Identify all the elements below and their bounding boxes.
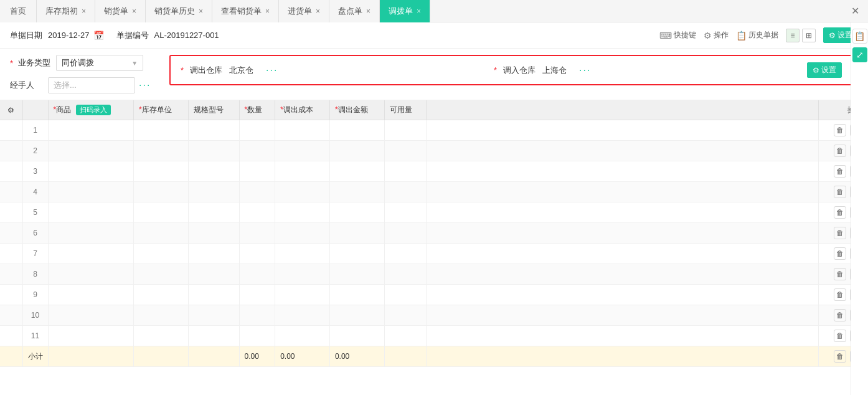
subtotal-delete-icon[interactable]: 🗑 [834, 350, 846, 363]
tab-inventory-init[interactable]: 库存期初 × [37, 0, 95, 22]
delete-row-icon[interactable]: 🗑 [834, 145, 846, 157]
row-spec-cell[interactable] [188, 264, 239, 285]
row-available-cell[interactable] [384, 285, 426, 305]
layout-grid-btn[interactable]: ⊞ [802, 29, 816, 42]
row-product-cell[interactable] [48, 326, 133, 346]
row-unit-cell[interactable] [133, 120, 188, 141]
row-quantity-cell[interactable] [239, 264, 275, 285]
row-spec-cell[interactable] [188, 182, 239, 202]
row-product-cell[interactable] [48, 182, 133, 202]
row-unit-cell[interactable] [133, 305, 188, 326]
row-product-cell[interactable] [48, 120, 133, 141]
history-action[interactable]: 📋 历史单据 [736, 30, 778, 40]
row-product-cell[interactable] [48, 244, 133, 264]
delete-row-icon[interactable]: 🗑 [834, 309, 846, 321]
row-cost-cell[interactable] [275, 161, 330, 182]
row-quantity-cell[interactable] [239, 202, 275, 223]
gear-column-header[interactable]: ⚙ [0, 100, 22, 120]
row-quantity-cell[interactable] [239, 182, 275, 202]
calendar-icon[interactable]: 📅 [93, 31, 104, 40]
row-cost-cell[interactable] [275, 285, 330, 305]
sidebar-note-icon[interactable]: 📋 [852, 29, 867, 44]
delete-row-icon[interactable]: 🗑 [834, 206, 846, 219]
tab-close-view-sales[interactable]: × [265, 7, 270, 16]
tab-view-sales[interactable]: 查看销货单 × [212, 0, 279, 22]
transfer-out-more-icon[interactable]: ··· [266, 65, 278, 76]
row-spec-cell[interactable] [188, 223, 239, 244]
row-product-cell[interactable] [48, 223, 133, 244]
row-unit-cell[interactable] [133, 202, 188, 223]
row-cost-cell[interactable] [275, 120, 330, 141]
row-spec-cell[interactable] [188, 141, 239, 161]
delete-row-icon[interactable]: 🗑 [834, 186, 846, 198]
row-unit-cell[interactable] [133, 326, 188, 346]
row-unit-cell[interactable] [133, 285, 188, 305]
row-amount-cell[interactable] [329, 244, 384, 264]
layout-list-btn[interactable]: ≡ [786, 29, 800, 42]
row-cost-cell[interactable] [275, 305, 330, 326]
box-settings-button[interactable]: ⚙ 设置 [807, 62, 842, 78]
row-available-cell[interactable] [384, 120, 426, 141]
row-spec-cell[interactable] [188, 285, 239, 305]
row-quantity-cell[interactable] [239, 141, 275, 161]
tab-close-purchase[interactable]: × [316, 7, 320, 16]
row-spec-cell[interactable] [188, 161, 239, 182]
tab-sales-history[interactable]: 销货单历史 × [146, 0, 212, 22]
shortcut-action[interactable]: ⌨ 快捷键 [659, 30, 696, 40]
row-available-cell[interactable] [384, 326, 426, 346]
delete-row-icon[interactable]: 🗑 [834, 227, 846, 239]
row-spec-cell[interactable] [188, 244, 239, 264]
row-amount-cell[interactable] [329, 202, 384, 223]
row-amount-cell[interactable] [329, 182, 384, 202]
scan-entry-button[interactable]: 扫码录入 [76, 105, 111, 115]
row-product-cell[interactable] [48, 305, 133, 326]
row-unit-cell[interactable] [133, 182, 188, 202]
row-available-cell[interactable] [384, 223, 426, 244]
row-spec-cell[interactable] [188, 120, 239, 141]
tab-close-stocktake[interactable]: × [366, 7, 370, 16]
row-available-cell[interactable] [384, 244, 426, 264]
row-cost-cell[interactable] [275, 202, 330, 223]
tab-home[interactable]: 首页 [0, 0, 37, 22]
row-cost-cell[interactable] [275, 141, 330, 161]
delete-row-icon[interactable]: 🗑 [834, 247, 846, 260]
row-cost-cell[interactable] [275, 223, 330, 244]
handler-more-icon[interactable]: ··· [139, 80, 151, 91]
transfer-in-more-icon[interactable]: ··· [579, 65, 591, 76]
row-available-cell[interactable] [384, 305, 426, 326]
row-available-cell[interactable] [384, 161, 426, 182]
row-available-cell[interactable] [384, 202, 426, 223]
tab-stocktake[interactable]: 盘点单 × [329, 0, 380, 22]
row-product-cell[interactable] [48, 161, 133, 182]
row-spec-cell[interactable] [188, 326, 239, 346]
row-cost-cell[interactable] [275, 264, 330, 285]
row-cost-cell[interactable] [275, 244, 330, 264]
row-unit-cell[interactable] [133, 141, 188, 161]
delete-row-icon[interactable]: 🗑 [834, 124, 846, 136]
operations-action[interactable]: ⚙ 操作 [704, 30, 729, 40]
row-unit-cell[interactable] [133, 264, 188, 285]
row-quantity-cell[interactable] [239, 120, 275, 141]
tab-sales-order[interactable]: 销货单 × [95, 0, 146, 22]
tab-close-inventory-init[interactable]: × [82, 7, 86, 16]
row-quantity-cell[interactable] [239, 305, 275, 326]
business-type-select[interactable]: 同价调拨 ▼ [56, 55, 143, 71]
row-cost-cell[interactable] [275, 182, 330, 202]
row-unit-cell[interactable] [133, 161, 188, 182]
row-quantity-cell[interactable] [239, 244, 275, 264]
delete-row-icon[interactable]: 🗑 [834, 165, 846, 178]
row-quantity-cell[interactable] [239, 326, 275, 346]
row-spec-cell[interactable] [188, 202, 239, 223]
row-amount-cell[interactable] [329, 326, 384, 346]
window-close-button[interactable]: ✕ [842, 0, 868, 22]
row-unit-cell[interactable] [133, 223, 188, 244]
row-quantity-cell[interactable] [239, 285, 275, 305]
row-amount-cell[interactable] [329, 305, 384, 326]
delete-row-icon[interactable]: 🗑 [834, 330, 846, 342]
tab-close-sales-history[interactable]: × [199, 7, 203, 16]
tab-purchase[interactable]: 进货单 × [279, 0, 329, 22]
row-amount-cell[interactable] [329, 161, 384, 182]
tab-close-transfer[interactable]: × [417, 7, 421, 16]
delete-row-icon[interactable]: 🗑 [834, 288, 846, 301]
row-available-cell[interactable] [384, 141, 426, 161]
